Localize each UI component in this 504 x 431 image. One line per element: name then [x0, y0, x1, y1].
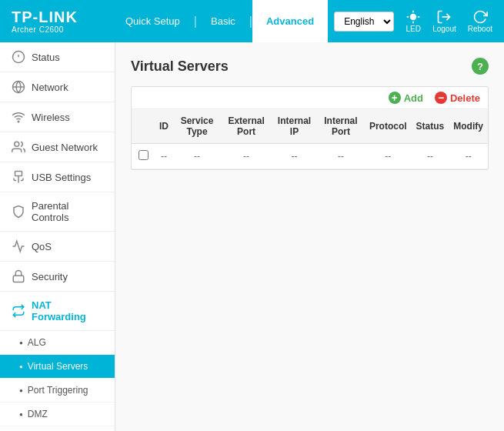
reboot-button[interactable]: Reboot: [468, 9, 492, 33]
logout-button[interactable]: Logout: [432, 9, 456, 33]
bullet-virtual-servers: ●: [19, 363, 23, 370]
network-icon: [12, 80, 25, 94]
wireless-icon: [12, 110, 25, 124]
sidebar-label-qos: QoS: [32, 241, 52, 252]
col-external-port: External Port: [221, 109, 272, 144]
delete-icon: −: [435, 92, 447, 104]
virtual-servers-table: ID Service Type External Port Internal I…: [132, 109, 488, 169]
table-cell: --: [173, 144, 221, 169]
svg-rect-14: [13, 276, 24, 282]
nav-basic[interactable]: Basic: [197, 0, 249, 42]
col-internal-ip: Internal IP: [272, 109, 317, 144]
add-icon: +: [389, 92, 401, 104]
sidebar-item-parental-controls[interactable]: Parental Controls: [0, 192, 115, 232]
sidebar-sub-alg[interactable]: ● ALG: [0, 331, 115, 355]
bullet-dmz: ●: [19, 411, 23, 418]
reboot-label: Reboot: [468, 25, 492, 33]
row-checkbox[interactable]: [139, 150, 149, 160]
table-actions: + Add − Delete: [132, 87, 488, 109]
sidebar-sub-label-alg: ALG: [28, 337, 46, 348]
logo-tp: TP-LINK: [12, 8, 88, 25]
qos-icon: [12, 239, 25, 253]
page-title-row: Virtual Servers ?: [131, 58, 489, 75]
col-id: ID: [155, 109, 173, 144]
nav-quick-setup[interactable]: Quick Setup: [112, 0, 194, 42]
content-area: Virtual Servers ? + Add − Delete ID: [115, 42, 504, 431]
sidebar-item-status[interactable]: Status: [0, 42, 115, 72]
guest-network-icon: [12, 140, 25, 154]
sidebar-sub-dmz[interactable]: ● DMZ: [0, 403, 115, 426]
delete-label: Delete: [450, 92, 480, 104]
sidebar-label-parental-controls: Parental Controls: [32, 200, 103, 223]
svg-rect-13: [15, 172, 22, 176]
sidebar-sub-virtual-servers[interactable]: ● Virtual Servers: [0, 355, 115, 379]
sidebar-label-guest-network: Guest Network: [32, 142, 98, 153]
sidebar-label-status: Status: [32, 52, 60, 63]
led-icon: [406, 9, 421, 25]
svg-point-0: [410, 14, 416, 20]
col-internal-port: Internal Port: [317, 109, 365, 144]
col-protocol: Protocol: [365, 109, 412, 144]
header-right: English LED Logout: [334, 9, 492, 33]
sidebar-sub-label-port-triggering: Port Triggering: [28, 385, 88, 396]
logout-label: Logout: [432, 25, 456, 33]
col-modify: Modify: [449, 109, 488, 144]
bullet-alg: ●: [19, 339, 23, 346]
col-checkbox: [132, 109, 155, 144]
table-row: ----------------: [132, 144, 488, 169]
col-status: Status: [412, 109, 449, 144]
add-label: Add: [404, 92, 423, 104]
header: TP-LINK Archer C2600 Quick Setup | Basic…: [0, 0, 504, 42]
logo-area: TP-LINK Archer C2600: [12, 8, 88, 34]
page-title: Virtual Servers: [131, 58, 229, 75]
main-layout: Status Network Wireless Guest Network US: [0, 42, 504, 431]
led-button[interactable]: LED: [406, 9, 421, 33]
reboot-icon: [472, 9, 488, 25]
bullet-port-triggering: ●: [19, 387, 23, 394]
sidebar-item-qos[interactable]: QoS: [0, 232, 115, 262]
help-icon[interactable]: ?: [472, 58, 489, 75]
parental-controls-icon: [12, 205, 25, 219]
sidebar-sub-label-virtual-servers: Virtual Servers: [28, 361, 88, 372]
sidebar-label-security: Security: [32, 271, 68, 282]
sidebar-label-network: Network: [32, 82, 68, 93]
main-nav: Quick Setup | Basic | Advanced: [112, 0, 334, 42]
sidebar-item-security[interactable]: Security: [0, 262, 115, 292]
logout-icon: [436, 9, 452, 25]
col-service-type: Service Type: [173, 109, 221, 144]
delete-button[interactable]: − Delete: [435, 92, 480, 104]
table-cell: --: [317, 144, 365, 169]
status-icon: [12, 50, 25, 64]
usb-icon: [12, 170, 25, 184]
nav-advanced[interactable]: Advanced: [252, 0, 328, 42]
sidebar-item-usb-settings[interactable]: USB Settings: [0, 162, 115, 192]
sidebar-label-nat-forwarding: NAT Forwarding: [32, 299, 103, 322]
sidebar-sub-port-triggering[interactable]: ● Port Triggering: [0, 379, 115, 403]
table-cell: --: [272, 144, 317, 169]
sidebar-sub-upnp[interactable]: ● UPnP: [0, 426, 115, 431]
sidebar-item-guest-network[interactable]: Guest Network: [0, 132, 115, 162]
logo-model: Archer C2600: [12, 25, 88, 34]
sidebar-item-nat-forwarding[interactable]: NAT Forwarding: [0, 292, 115, 331]
add-button[interactable]: + Add: [389, 92, 423, 104]
table-cell: --: [412, 144, 449, 169]
table-cell: --: [221, 144, 272, 169]
sidebar-item-wireless[interactable]: Wireless: [0, 102, 115, 132]
language-select[interactable]: English: [334, 12, 394, 32]
svg-point-12: [15, 142, 19, 146]
svg-point-11: [18, 121, 19, 122]
sidebar: Status Network Wireless Guest Network US: [0, 42, 115, 431]
led-label: LED: [406, 25, 420, 33]
sidebar-label-wireless: Wireless: [32, 112, 70, 123]
table-header-row: ID Service Type External Port Internal I…: [132, 109, 488, 144]
sidebar-sub-label-dmz: DMZ: [28, 409, 48, 419]
table-container: + Add − Delete ID Service Type External …: [131, 86, 489, 170]
table-cell: --: [365, 144, 412, 169]
header-icon-group: LED Logout Reboot: [406, 9, 492, 33]
security-icon: [12, 269, 25, 283]
sidebar-item-network[interactable]: Network: [0, 72, 115, 102]
nat-forwarding-icon: [12, 304, 25, 318]
table-cell: --: [449, 144, 488, 169]
sidebar-label-usb-settings: USB Settings: [32, 172, 91, 183]
table-cell: --: [155, 144, 173, 169]
